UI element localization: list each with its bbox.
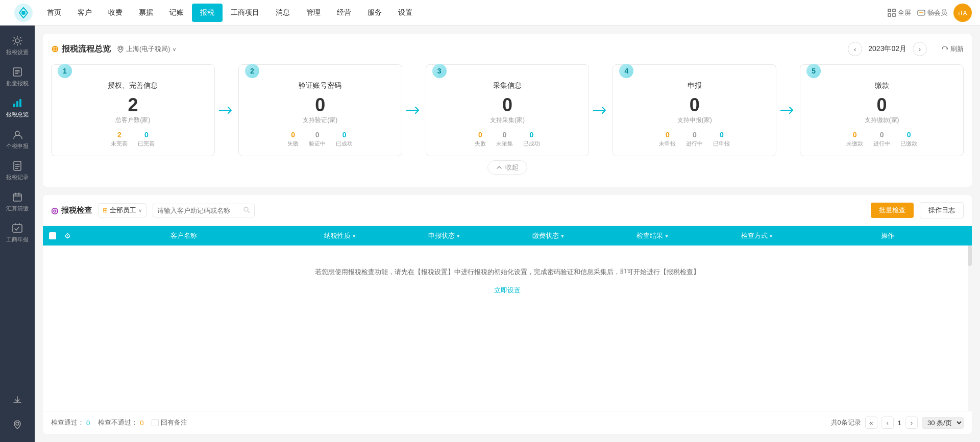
fullscreen-btn[interactable]: 全屏: [888, 8, 911, 17]
step-3-stat-0[interactable]: 0 失败: [475, 131, 486, 148]
page-size-select[interactable]: 30 条/页: [922, 417, 964, 429]
batch-check-btn[interactable]: 批量检查: [871, 203, 914, 218]
step-2-stat-1[interactable]: 0 验证中: [309, 131, 326, 148]
total-records: 共0条记录: [831, 418, 861, 427]
sidebar-item-batch-tax[interactable]: 批量报税: [0, 61, 35, 92]
pass-num[interactable]: 0: [86, 419, 90, 427]
collapse-label: 收起: [505, 163, 519, 172]
batch-tax-icon: [11, 66, 23, 78]
fail-num[interactable]: 0: [140, 419, 143, 427]
svg-rect-4: [888, 14, 891, 16]
header-pay-status[interactable]: 缴费状态 ▼: [497, 231, 601, 240]
first-page-btn[interactable]: «: [865, 416, 877, 429]
location-selector[interactable]: 上海(电子税局) ∨: [117, 44, 176, 54]
step-3-count: 0: [434, 94, 581, 116]
step-4-subtitle: 支持申报(家): [621, 116, 768, 125]
staff-selector[interactable]: ⊞ 全部员工 ∨: [98, 203, 146, 217]
step-5-stat-0[interactable]: 0 未缴款: [846, 131, 863, 148]
header-action: 操作: [810, 231, 966, 240]
download-icon: [11, 394, 23, 406]
header-check-method[interactable]: 检查方式 ▼: [705, 231, 809, 240]
step-4-stat-0-label: 未申报: [659, 140, 676, 148]
sidebar-download[interactable]: [0, 389, 35, 411]
operation-log-btn[interactable]: 操作日志: [920, 202, 964, 218]
step-4-stat-0[interactable]: 0 未申报: [659, 131, 676, 148]
sidebar-item-settlement[interactable]: 汇算清缴: [0, 186, 35, 217]
nav-message[interactable]: 消息: [267, 0, 298, 26]
check-method-label: 检查方式: [741, 231, 768, 240]
prev-month-btn[interactable]: ‹: [848, 42, 862, 56]
pay-status-filter-icon[interactable]: ▼: [560, 233, 565, 239]
note-checkbox-icon[interactable]: [152, 419, 159, 426]
nav-tax[interactable]: 报税: [192, 4, 223, 22]
step-5-num: 5: [806, 64, 821, 78]
logo[interactable]: [8, 4, 39, 22]
nav-accounting[interactable]: 记账: [161, 0, 192, 26]
svg-point-1: [21, 11, 26, 15]
check-result-filter-icon[interactable]: ▼: [664, 233, 669, 239]
step-2-stat-0[interactable]: 0 失败: [287, 131, 299, 148]
next-page-btn[interactable]: ›: [905, 416, 918, 429]
step-4-stat-2[interactable]: 0 已申报: [713, 131, 730, 148]
check-title-text: 报税检查: [61, 206, 92, 215]
sidebar-label-batch-tax: 批量报税: [6, 80, 29, 87]
nav-management[interactable]: 管理: [298, 0, 329, 26]
layout: 报税设置 批量报税 报税总览 个税申报 报税记录: [0, 26, 980, 442]
scrollbar-track[interactable]: [968, 245, 972, 411]
header-check-result[interactable]: 检查结果 ▼: [601, 231, 705, 240]
step-3-stat-2-num: 0: [530, 131, 534, 139]
collapse-btn[interactable]: 收起: [487, 160, 527, 175]
step-5-count: 0: [808, 94, 955, 116]
settings-gear-icon[interactable]: ⚙: [64, 232, 71, 240]
step-1-stat-1[interactable]: 0 已完善: [138, 131, 155, 148]
select-all-checkbox[interactable]: [49, 232, 56, 239]
nav-invoice[interactable]: 票据: [131, 0, 161, 26]
empty-link[interactable]: 立即设置: [494, 286, 521, 295]
sidebar-item-personal-tax[interactable]: 个税申报: [0, 124, 35, 155]
tax-type-filter-icon[interactable]: ▼: [352, 233, 357, 239]
avatar[interactable]: iTA: [953, 4, 972, 22]
step-1-stat-0[interactable]: 2 未完善: [111, 131, 128, 148]
fullscreen-label: 全屏: [898, 8, 911, 17]
sidebar-location[interactable]: [0, 413, 35, 436]
step-3-stat-1[interactable]: 0 未采集: [496, 131, 513, 148]
step-2-stat-2[interactable]: 0 已成功: [336, 131, 353, 148]
nav-home[interactable]: 首页: [39, 0, 69, 26]
step-4-stat-1[interactable]: 0 进行中: [686, 131, 703, 148]
top-nav: 首页 客户 收费 票据 记账 报税 工商项目 消息 管理 经营 服务 设置 全屏…: [0, 0, 980, 26]
membership-btn[interactable]: 畅会员: [917, 8, 947, 17]
tax-overview-icon: [11, 97, 23, 109]
step-5-stat-1[interactable]: 0 进行中: [873, 131, 890, 148]
search-icon[interactable]: [243, 206, 250, 215]
check-method-filter-icon[interactable]: ▼: [769, 233, 774, 239]
declare-status-filter-icon[interactable]: ▼: [456, 233, 461, 239]
arrow-2: [402, 105, 426, 115]
header-declare-status[interactable]: 申报状态 ▼: [393, 231, 497, 240]
next-month-btn[interactable]: ›: [913, 42, 927, 56]
prev-page-btn[interactable]: ‹: [881, 416, 894, 429]
refresh-btn[interactable]: 刷新: [941, 44, 964, 54]
sidebar-item-annual-report[interactable]: 工商年报: [0, 217, 35, 248]
nav-operation[interactable]: 经营: [329, 0, 359, 26]
scrollbar-thumb[interactable]: [968, 245, 972, 266]
step-2-stat-0-num: 0: [291, 131, 295, 139]
nav-settings[interactable]: 设置: [390, 0, 421, 26]
step-3-stat-2[interactable]: 0 已成功: [523, 131, 540, 148]
svg-rect-13: [19, 99, 21, 107]
step-5-stat-0-num: 0: [853, 131, 857, 139]
nav-fee[interactable]: 收费: [100, 0, 131, 26]
sidebar-item-tax-overview[interactable]: 报税总览: [0, 92, 35, 123]
sidebar-item-tax-settings[interactable]: 报税设置: [0, 30, 35, 61]
sidebar-item-tax-record[interactable]: 报税记录: [0, 155, 35, 186]
step-5-stat-2[interactable]: 0 已缴款: [900, 131, 917, 148]
main-content: ⊕ 报税流程总览 上海(电子税局) ∨ ‹ 2023年02月 › 刷新: [35, 26, 980, 442]
header-checkbox[interactable]: [49, 232, 64, 239]
nav-business[interactable]: 工商项目: [223, 0, 267, 26]
pass-label: 检查通过：: [51, 418, 84, 427]
header-settings[interactable]: ⚙: [64, 232, 80, 240]
step-4-stat-0-num: 0: [666, 131, 670, 139]
header-tax-type[interactable]: 纳税性质 ▼: [288, 231, 392, 240]
nav-service[interactable]: 服务: [359, 0, 390, 26]
search-input[interactable]: [157, 207, 243, 214]
nav-customer[interactable]: 客户: [69, 0, 100, 26]
